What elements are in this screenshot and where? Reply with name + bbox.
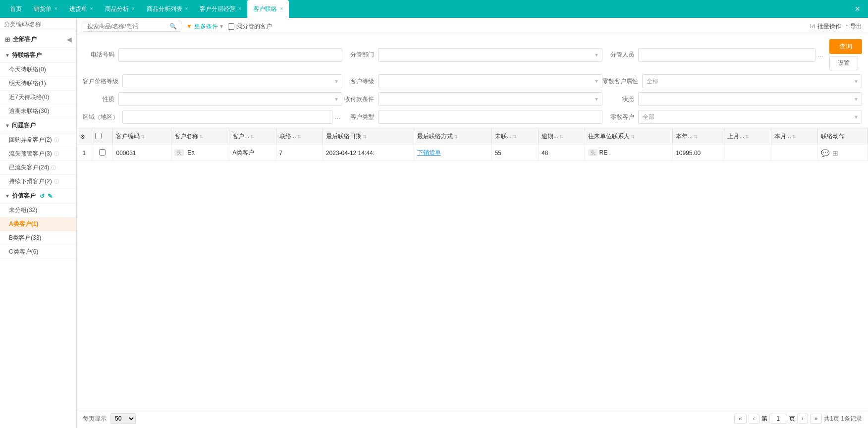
sort-icon-type[interactable]: ⇅: [250, 134, 254, 139]
refresh-icon[interactable]: ↺: [40, 193, 45, 200]
sort-icon-year[interactable]: ⇅: [694, 134, 698, 139]
group-value-customers[interactable]: ▼ 价值客户 ↺ ✎: [0, 189, 76, 204]
customer-type-input[interactable]: [378, 110, 602, 124]
filter-nature: 性质 ▾: [83, 92, 342, 106]
sidebar-7day-contact[interactable]: 近7天待联络(0): [0, 91, 76, 105]
settings-col-header[interactable]: ⚙: [77, 128, 92, 145]
nav-product-analysis-list[interactable]: 商品分析列表 ×: [141, 0, 194, 18]
price-level-select[interactable]: ▾: [122, 74, 342, 88]
last-method-link[interactable]: 下销货单: [417, 149, 441, 156]
sidebar-tomorrow-contact[interactable]: 明天待联络(1): [0, 77, 76, 91]
sort-icon-name[interactable]: ⇅: [199, 134, 203, 139]
my-customers-filter[interactable]: 我分管的客户: [228, 22, 272, 31]
col-name: 客户名称 ⇅: [171, 128, 229, 145]
grid-icon: ⊞: [5, 36, 10, 43]
row-code: 000031: [113, 145, 171, 161]
retail-customer-select[interactable]: 全部 ▾: [638, 110, 862, 124]
close-contact-tab[interactable]: ×: [280, 0, 283, 18]
sidebar-section: ▼ 待联络客户 今天待联络(0) 明天待联络(1) 近7天待联络(0) 逾期未联…: [0, 48, 76, 428]
query-button[interactable]: 查询: [829, 39, 862, 54]
nav-product-analysis[interactable]: 商品分析 ×: [99, 0, 141, 18]
col-current-month: 本月... ⇅: [771, 128, 817, 145]
phone-text-input[interactable]: [123, 52, 338, 58]
dept-label: 分管部门: [342, 51, 378, 59]
sidebar-abnormal-repurchase[interactable]: 回购异常客户(2) ⓘ: [0, 133, 76, 147]
arrow-pending: ▼: [5, 53, 10, 58]
customer-level-select[interactable]: ▾: [378, 74, 602, 88]
page-number-input[interactable]: [769, 414, 787, 424]
sort-icon-company[interactable]: ⇅: [631, 134, 635, 139]
sidebar-churn-warning[interactable]: 流失预警客户(3) ⓘ: [0, 147, 76, 161]
retail-attr-select[interactable]: 全部 ▾: [642, 74, 862, 88]
chat-icon[interactable]: 💬: [821, 149, 829, 157]
sidebar-search-input[interactable]: [4, 21, 77, 28]
sort-icon-lastmonth[interactable]: ⇅: [745, 134, 749, 139]
row-checkbox[interactable]: [99, 149, 106, 156]
sort-icon-contact[interactable]: ⇅: [297, 134, 301, 139]
sort-icon-code[interactable]: ⇅: [141, 134, 145, 139]
sidebar-collapse-icon[interactable]: ◀: [67, 36, 71, 43]
my-customers-checkbox[interactable]: [228, 23, 234, 30]
edit-icon[interactable]: ✎: [48, 193, 53, 200]
close-analysis-list-tab[interactable]: ×: [185, 0, 188, 18]
filter-actions: ☑ 批量操作 ↑ 导出: [810, 22, 862, 31]
nav-sales[interactable]: 销货单 ×: [28, 0, 63, 18]
person-input[interactable]: [638, 48, 815, 62]
region-dots-btn[interactable]: …: [332, 113, 342, 120]
person-label: 分管人员: [602, 51, 638, 59]
status-select[interactable]: ▾: [638, 92, 862, 106]
sidebar-all-customers[interactable]: ⊞ 全部客户 ◀: [0, 31, 76, 48]
checkbox-col-header: [92, 128, 113, 145]
close-analysis-tab[interactable]: ×: [132, 0, 135, 18]
nav-customer-contact[interactable]: 客户联络 ×: [247, 0, 289, 18]
group-pending-contact[interactable]: ▼ 待联络客户: [0, 48, 76, 63]
content-area: 🔍 ▼ 更多条件 ▾ 我分管的客户 ☑ 批量操作 ↑ 导出: [77, 18, 868, 428]
dept-select[interactable]: ▾: [378, 48, 602, 62]
query-btn-group: 查询 设置: [829, 39, 862, 70]
prev-page-btn[interactable]: ‹: [749, 414, 760, 424]
filter-search-input[interactable]: [87, 23, 166, 30]
close-segment-tab[interactable]: ×: [238, 0, 241, 18]
sidebar-declining[interactable]: 持续下滑客户(2) ⓘ: [0, 175, 76, 189]
window-close-button[interactable]: ×: [851, 4, 864, 14]
sort-icon-month[interactable]: ⇅: [792, 134, 796, 139]
region-input[interactable]: [122, 110, 332, 124]
next-page-btn[interactable]: ›: [797, 414, 808, 424]
filter-search-icon[interactable]: 🔍: [169, 23, 177, 30]
sidebar-ungrouped[interactable]: 未分组(32): [0, 204, 76, 217]
close-purchase-tab[interactable]: ×: [90, 0, 93, 18]
settings-button[interactable]: 设置: [829, 56, 858, 70]
nav-purchase[interactable]: 进货单 ×: [63, 0, 99, 18]
sidebar-overdue-contact[interactable]: 逾期未联络(30): [0, 105, 76, 118]
phone-label: 电话号码: [83, 51, 118, 59]
nature-select[interactable]: ▾: [118, 92, 342, 106]
sort-icon-date[interactable]: ⇅: [363, 134, 367, 139]
page-unit: 页: [789, 415, 795, 423]
sidebar-churned[interactable]: 已流失客户(24) ⓘ: [0, 161, 76, 175]
nav-home[interactable]: 首页: [4, 0, 28, 18]
sidebar-a-class[interactable]: A类客户(1): [0, 217, 76, 231]
sort-icon-overdue[interactable]: ⇅: [559, 134, 563, 139]
col-code: 客户编码 ⇅: [113, 128, 171, 145]
page-size-select[interactable]: 50 10 20 100: [110, 413, 136, 424]
grid-action-icon[interactable]: ⊞: [832, 149, 838, 157]
close-sales-tab[interactable]: ×: [54, 0, 57, 18]
select-all-checkbox[interactable]: [95, 133, 102, 139]
last-page-btn[interactable]: »: [810, 414, 822, 424]
sidebar-b-class[interactable]: B类客户(33): [0, 231, 76, 245]
sort-icon-nocontact[interactable]: ⇅: [513, 134, 517, 139]
arrow-problem: ▼: [5, 123, 10, 128]
group-problem-customers[interactable]: ▼ 问题客户: [0, 118, 76, 133]
col-last-month: 上月... ⇅: [724, 128, 771, 145]
phone-input[interactable]: [118, 48, 342, 62]
export-link[interactable]: ↑ 导出: [845, 22, 862, 31]
sort-icon-method[interactable]: ⇅: [454, 134, 458, 139]
batch-ops-link[interactable]: ☑ 批量操作: [810, 22, 841, 31]
sidebar-c-class[interactable]: C类客户(6): [0, 245, 76, 259]
sidebar-today-contact[interactable]: 今天待联络(0): [0, 63, 76, 77]
person-dots-btn[interactable]: …: [815, 52, 825, 58]
nav-customer-segment[interactable]: 客户分层经营 ×: [194, 0, 247, 18]
first-page-btn[interactable]: «: [734, 414, 747, 424]
payment-select[interactable]: ▾: [378, 92, 602, 106]
more-filter-btn[interactable]: ▼ 更多条件 ▾: [186, 22, 223, 31]
